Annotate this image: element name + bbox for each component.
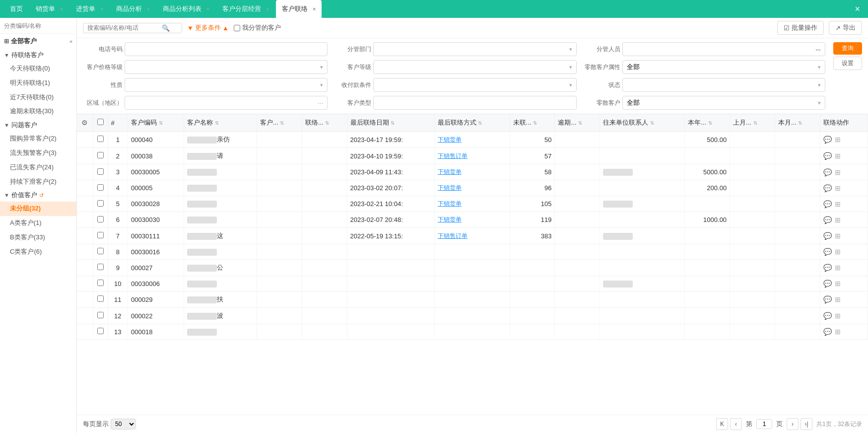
last-method-link[interactable]: 下销货单 xyxy=(438,216,462,223)
nav-sales[interactable]: 销货单 × xyxy=(30,0,69,18)
grid-action-icon[interactable]: ⊞ xyxy=(835,312,841,320)
group-value-customers[interactable]: ▼ 价值客户 ↺ xyxy=(0,189,76,202)
row-checkbox[interactable] xyxy=(97,280,104,286)
phone-input[interactable] xyxy=(129,46,323,53)
message-icon[interactable]: 💬 xyxy=(823,184,832,192)
sidebar-item-class-a[interactable]: A类客户(1) xyxy=(0,216,76,230)
row-checkbox[interactable] xyxy=(97,136,104,142)
row-checkbox[interactable] xyxy=(97,200,104,207)
message-icon[interactable]: 💬 xyxy=(823,280,832,288)
row-checkbox[interactable] xyxy=(97,216,104,222)
sidebar-item-hoarding[interactable]: 囤购异常客户(2) xyxy=(0,132,76,146)
last-method-link[interactable]: 下销售订单 xyxy=(438,152,467,159)
filter-customer-grade-select[interactable]: ▾ xyxy=(373,60,576,74)
grid-action-icon[interactable]: ⊞ xyxy=(835,264,841,272)
filter-manager-input[interactable]: ··· xyxy=(622,42,825,56)
row-checkbox[interactable] xyxy=(97,328,104,334)
next-page-button[interactable]: › xyxy=(787,418,799,430)
message-icon[interactable]: 💬 xyxy=(823,168,832,176)
grid-action-icon[interactable]: ⊞ xyxy=(835,295,841,303)
grid-action-icon[interactable]: ⊞ xyxy=(835,168,841,176)
sidebar-item-declining[interactable]: 持续下滑客户(2) xyxy=(0,175,76,189)
grid-action-icon[interactable]: ⊞ xyxy=(835,232,841,240)
all-customers-header[interactable]: ⊞ 全部客户 « xyxy=(0,34,76,49)
row-checkbox[interactable] xyxy=(97,152,104,158)
close-icon[interactable]: × xyxy=(313,6,316,12)
sidebar-item-today[interactable]: 今天待联络(0) xyxy=(0,62,76,76)
row-checkbox[interactable] xyxy=(97,168,104,175)
sidebar-item-class-b[interactable]: B类客户(33) xyxy=(0,230,76,245)
grid-action-icon[interactable]: ⊞ xyxy=(835,136,841,144)
message-icon[interactable]: 💬 xyxy=(823,200,832,208)
message-icon[interactable]: 💬 xyxy=(823,136,832,144)
customer-grade-input[interactable] xyxy=(378,64,569,71)
region-input[interactable] xyxy=(129,99,318,106)
export-button[interactable]: ↗ 导出 xyxy=(829,21,862,35)
row-checkbox[interactable] xyxy=(97,232,104,238)
row-checkbox[interactable] xyxy=(97,248,104,254)
nav-customer-contact[interactable]: 客户联络 × xyxy=(276,0,322,18)
query-button[interactable]: 查询 xyxy=(833,42,862,55)
filter-retail-attr-select[interactable]: 全部 ▾ xyxy=(622,60,825,74)
message-icon[interactable]: 💬 xyxy=(823,232,832,240)
customer-type-input[interactable] xyxy=(378,99,572,106)
close-icon[interactable]: × xyxy=(60,6,63,12)
nav-home[interactable]: 首页 xyxy=(4,0,29,18)
grid-action-icon[interactable]: ⊞ xyxy=(835,328,841,336)
grid-action-icon[interactable]: ⊞ xyxy=(835,216,841,224)
sidebar-item-churn-warning[interactable]: 流失预警客户(3) xyxy=(0,146,76,160)
message-icon[interactable]: 💬 xyxy=(823,152,832,160)
group-problem-customers[interactable]: ▼ 问题客户 xyxy=(0,119,76,132)
price-grade-input[interactable] xyxy=(129,64,320,71)
message-icon[interactable]: 💬 xyxy=(823,295,832,303)
filter-region-input[interactable]: ··· xyxy=(125,96,328,110)
grid-action-icon[interactable]: ⊞ xyxy=(835,280,841,288)
page-number-input[interactable] xyxy=(756,419,772,429)
more-filters-button[interactable]: ▼ 更多条件 ▲ xyxy=(187,23,229,32)
dept-input[interactable] xyxy=(378,46,569,53)
filter-phone-input[interactable] xyxy=(125,42,328,56)
row-checkbox[interactable] xyxy=(97,295,104,302)
grid-action-icon[interactable]: ⊞ xyxy=(835,184,841,192)
nav-purchase[interactable]: 进货单 × xyxy=(70,0,109,18)
last-method-link[interactable]: 下销售订单 xyxy=(438,232,467,239)
close-icon[interactable]: × xyxy=(147,6,150,12)
nav-customer-segment[interactable]: 客户分层经营 × xyxy=(216,0,275,18)
sidebar-item-tomorrow[interactable]: 明天待联络(1) xyxy=(0,76,76,90)
last-method-link[interactable]: 下销货单 xyxy=(438,200,462,207)
filter-price-grade-select[interactable]: ▾ xyxy=(125,60,328,74)
page-size-dropdown[interactable]: 50 100 200 xyxy=(111,419,136,430)
sidebar-item-churned[interactable]: 已流失客户(24) xyxy=(0,160,76,175)
grid-action-icon[interactable]: ⊞ xyxy=(835,248,841,256)
sidebar-search-input[interactable] xyxy=(4,22,77,29)
sidebar-item-overdue[interactable]: 逾期未联络(30) xyxy=(0,104,76,119)
message-icon[interactable]: 💬 xyxy=(823,216,832,224)
close-icon[interactable]: × xyxy=(266,6,269,12)
last-page-button[interactable]: ›| xyxy=(801,418,812,430)
group-pending-contact[interactable]: ▼ 待联络客户 xyxy=(0,49,76,62)
filter-status-select[interactable]: ▾ xyxy=(622,78,825,92)
search-input[interactable] xyxy=(87,24,162,31)
message-icon[interactable]: 💬 xyxy=(823,264,832,272)
close-icon[interactable]: × xyxy=(100,6,103,12)
message-icon[interactable]: 💬 xyxy=(823,312,832,320)
filter-retail-customer-select[interactable]: 全部 ▾ xyxy=(622,96,825,110)
batch-op-button[interactable]: ☑ 批量操作 xyxy=(777,21,824,35)
close-all-button[interactable]: × xyxy=(851,4,864,14)
row-checkbox[interactable] xyxy=(97,312,104,318)
sidebar-item-ungroup[interactable]: 未分组(32) xyxy=(0,202,76,216)
payment-input[interactable] xyxy=(378,81,569,88)
filter-payment-select[interactable]: ▾ xyxy=(373,78,576,92)
reset-button[interactable]: 设置 xyxy=(833,57,862,70)
last-method-link[interactable]: 下销货单 xyxy=(438,136,462,143)
settings-icon[interactable]: ⚙ xyxy=(81,119,88,127)
more-icon[interactable]: ··· xyxy=(815,46,821,53)
manager-input[interactable] xyxy=(627,46,815,53)
filter-nature-select[interactable]: ▾ xyxy=(125,78,328,92)
filter-customer-type-select[interactable] xyxy=(373,96,576,110)
my-customers-checkbox[interactable] xyxy=(234,25,240,31)
row-checkbox[interactable] xyxy=(97,184,104,191)
sidebar-item-class-c[interactable]: C类客户(6) xyxy=(0,245,76,259)
last-method-link[interactable]: 下销货单 xyxy=(438,184,462,191)
filter-dept-select[interactable]: ▾ xyxy=(373,42,576,56)
